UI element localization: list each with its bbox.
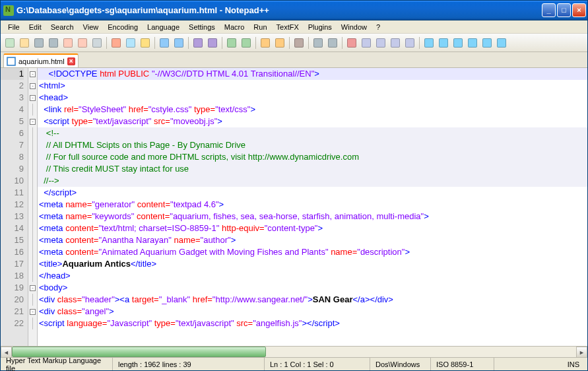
tool6-button[interactable] xyxy=(495,36,508,50)
code-line[interactable]: <meta content="Anantha Narayan" name="au… xyxy=(38,234,587,246)
fold-cell xyxy=(28,104,37,116)
titlebar[interactable]: G:\Database\gadgets-sg\aquarium\aquarium… xyxy=(1,1,587,20)
fold-cell[interactable]: - xyxy=(28,80,37,92)
scroll-track[interactable] xyxy=(12,347,576,357)
indent-guide-button[interactable] xyxy=(326,36,339,50)
close-button[interactable]: × xyxy=(572,3,586,17)
stop-macro-button[interactable] xyxy=(360,36,373,50)
code-line[interactable]: // This credit MUST stay intact for use xyxy=(38,163,587,175)
scroll-right-button[interactable]: ► xyxy=(576,347,587,358)
code-line[interactable]: </script> xyxy=(38,187,587,199)
toolbar-separator xyxy=(222,37,222,49)
menu-run[interactable]: Run xyxy=(249,22,271,32)
code-line[interactable]: <meta name="generator" content="textpad … xyxy=(38,199,587,211)
show-chars-button[interactable] xyxy=(311,36,325,50)
fold-cell xyxy=(28,294,37,306)
code-line[interactable]: //--> xyxy=(38,175,587,187)
play-macro-button[interactable] xyxy=(374,36,387,50)
save-macro-button[interactable] xyxy=(403,36,416,50)
tool4-button[interactable] xyxy=(466,36,479,50)
close-all-button[interactable] xyxy=(76,36,89,50)
menu-settings[interactable]: Settings xyxy=(184,22,220,32)
record-macro-button[interactable] xyxy=(345,36,358,50)
code-line[interactable]: <link rel="StyleSheet" href="cstyle.css"… xyxy=(38,104,587,116)
code-line[interactable]: <div class="angel"> xyxy=(38,306,587,318)
fold-cell[interactable]: - xyxy=(28,68,37,80)
fold-column[interactable]: ------ xyxy=(28,68,38,346)
menu-language[interactable]: Language xyxy=(143,22,184,32)
code-line[interactable]: // All DHTML Scipts on this Page - By Dy… xyxy=(38,139,587,151)
minimize-button[interactable]: _ xyxy=(542,3,556,17)
find-button[interactable] xyxy=(191,36,205,50)
run-multi-button[interactable] xyxy=(389,36,402,50)
code-line[interactable]: <meta content="Animated Aquarium Gadget … xyxy=(38,246,587,258)
tool3-button[interactable] xyxy=(451,36,465,50)
code-line[interactable]: </head> xyxy=(38,270,587,282)
open-file-button[interactable] xyxy=(18,36,31,50)
fold-line-icon xyxy=(32,187,33,199)
print-button[interactable] xyxy=(90,36,104,50)
maximize-button[interactable]: □ xyxy=(557,3,571,17)
menu-help[interactable]: ? xyxy=(372,22,385,32)
menu-edit[interactable]: Edit xyxy=(24,22,46,32)
toolbar-separator xyxy=(289,37,290,49)
menu-search[interactable]: Search xyxy=(46,22,79,32)
code-line[interactable]: <html> xyxy=(38,80,587,92)
menu-file[interactable]: File xyxy=(3,22,24,32)
line-number-gutter: 12345678910111213141516171819202122 xyxy=(1,68,28,346)
tool2-button[interactable] xyxy=(437,36,450,50)
sync-v-button[interactable] xyxy=(259,36,272,50)
code-line[interactable]: <script language="Javascript" type="text… xyxy=(38,318,587,329)
cut-button[interactable] xyxy=(110,36,123,50)
code-line[interactable]: // For full source code and more DHTML s… xyxy=(38,151,587,163)
fold-cell[interactable]: - xyxy=(28,282,37,294)
redo-icon xyxy=(174,38,183,48)
zoom-in-button[interactable] xyxy=(225,36,238,50)
new-file-button[interactable] xyxy=(3,36,16,50)
scroll-thumb[interactable] xyxy=(12,347,266,357)
indent-guide-icon xyxy=(328,38,337,48)
line-number: 15 xyxy=(1,234,24,246)
code-line[interactable]: <!-- xyxy=(38,127,587,139)
wordwrap-button[interactable] xyxy=(292,36,306,50)
menu-macro[interactable]: Macro xyxy=(220,22,249,32)
fold-cell[interactable]: - xyxy=(28,116,37,127)
menu-encoding[interactable]: Encoding xyxy=(103,22,143,32)
sync-h-button[interactable] xyxy=(273,36,286,50)
code-line[interactable]: <body> xyxy=(38,282,587,294)
app-icon xyxy=(3,5,14,16)
close-button[interactable] xyxy=(61,36,75,50)
tab-close-button[interactable] xyxy=(67,57,75,65)
save-button[interactable] xyxy=(32,36,46,50)
code-line[interactable]: <head> xyxy=(38,92,587,104)
menu-plugins[interactable]: Plugins xyxy=(304,22,337,32)
menu-textfx[interactable]: TextFX xyxy=(272,22,304,32)
tool3-icon xyxy=(453,38,463,48)
redo-button[interactable] xyxy=(172,36,185,50)
tool5-button[interactable] xyxy=(480,36,494,50)
code-line[interactable]: <div class="header"><a target="_blank" h… xyxy=(38,294,587,306)
horizontal-scrollbar[interactable]: ◄ ► xyxy=(1,346,587,357)
copy-button[interactable] xyxy=(124,36,137,50)
code-line[interactable]: <!DOCTYPE html PUBLIC "-//W3C//DTD HTML … xyxy=(38,68,587,80)
file-tab[interactable]: aquarium.html xyxy=(3,53,79,67)
code-line[interactable]: <meta content="text/html; charset=ISO-88… xyxy=(38,222,587,234)
menu-window[interactable]: Window xyxy=(337,22,372,32)
menu-view[interactable]: View xyxy=(79,22,104,32)
code-line[interactable]: <meta name="keywords" content="aquarium,… xyxy=(38,211,587,222)
zoom-out-button[interactable] xyxy=(240,36,253,50)
tool1-button[interactable] xyxy=(422,36,436,50)
replace-button[interactable] xyxy=(206,36,219,50)
code-line[interactable]: <script type="text/javascript" src="move… xyxy=(38,116,587,127)
editor[interactable]: 12345678910111213141516171819202122 ----… xyxy=(1,68,587,346)
zoom-out-icon xyxy=(242,38,251,48)
paste-button[interactable] xyxy=(139,36,152,50)
undo-button[interactable] xyxy=(158,36,171,50)
save-all-button[interactable] xyxy=(47,36,60,50)
line-number: 9 xyxy=(1,163,24,175)
code-pane[interactable]: <!DOCTYPE html PUBLIC "-//W3C//DTD HTML … xyxy=(38,68,587,346)
code-line[interactable]: <title>Aquarium Antics</title> xyxy=(38,258,587,270)
fold-toggle-icon: - xyxy=(30,285,36,291)
fold-cell[interactable]: - xyxy=(28,92,37,104)
fold-cell[interactable]: - xyxy=(28,306,37,318)
